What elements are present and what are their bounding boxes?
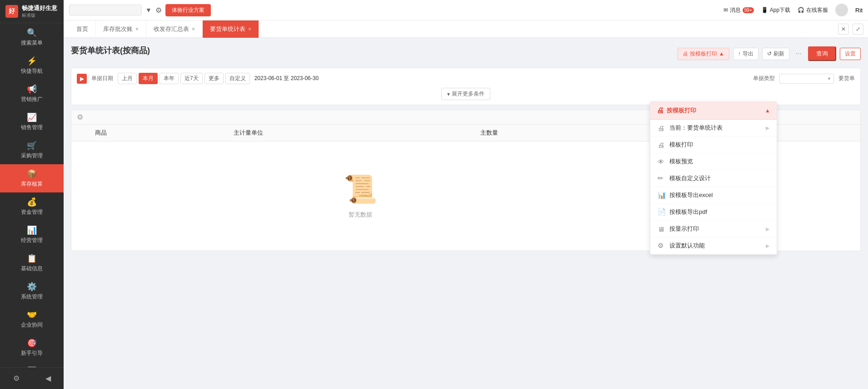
sidebar-settings-btn[interactable]: ⚙: [11, 372, 21, 384]
content-actions: 🖨 按模板打印 ▲ ↑ 导出 ↺ 刷新 ··· 查询 设置: [678, 46, 861, 61]
sidebar-label-11: 新手引导: [21, 349, 43, 357]
tab-close-1[interactable]: ×: [135, 26, 139, 32]
popup-section-icon-1: ⚙: [658, 242, 666, 250]
export-btn[interactable]: ↑ 导出: [733, 48, 758, 60]
popup-item-1[interactable]: 👁 模板预览: [650, 153, 777, 170]
popup-item-4[interactable]: 📄 按模板导出pdf: [650, 204, 777, 221]
service-icon: 🎧: [798, 7, 804, 13]
sidebar-item-9[interactable]: ⚙️ 系统管理: [0, 277, 64, 305]
tab-label-2: 收发存汇总表: [154, 25, 189, 33]
popup-item-2[interactable]: ✏ 模板自定义设计: [650, 170, 777, 187]
popup-section-item-1[interactable]: ⚙ 设置默认功能 ▶: [650, 237, 777, 254]
sidebar-icon-4: 🛒: [27, 141, 37, 151]
type-select[interactable]: [779, 74, 834, 84]
sidebar-label-7: 经营管理: [21, 237, 43, 244]
topbar-gear-icon[interactable]: ⚙: [155, 6, 162, 15]
trial-btn[interactable]: 体验行业方案: [165, 4, 211, 16]
message-badge: 99+: [743, 7, 754, 13]
sidebar-item-0[interactable]: 🔍 搜索菜单: [0, 23, 64, 51]
sidebar-item-3[interactable]: 📈 销售管理: [0, 108, 64, 136]
sidebar-item-10[interactable]: 🤝 企业协同: [0, 305, 64, 333]
col-header-0: 商品: [90, 125, 228, 141]
sidebar-icon-2: 📢: [27, 84, 37, 94]
popup-current-item[interactable]: 🖨 当前：要货单统计表 ▶: [650, 120, 777, 136]
sidebar-item-5[interactable]: 📦 库存核算: [0, 164, 64, 192]
sidebar-collapse-btn[interactable]: ◀: [44, 372, 53, 384]
popup-item-label-3: 按模板导出excel: [669, 191, 769, 199]
settings-btn[interactable]: 设置: [840, 48, 861, 60]
sidebar-item-6[interactable]: 💰 资金管理: [0, 192, 64, 221]
topbar-search-input[interactable]: [69, 5, 142, 15]
popup-section-label-1: 设置默认功能: [669, 242, 762, 250]
sidebar-label-6: 资金管理: [21, 208, 43, 216]
sidebar-scroll: 🔍 搜索菜单 ⚡ 快捷导航 📢 营销推广 📈 销售管理 🛒 采购管理 📦 库存核…: [0, 23, 64, 367]
sidebar-item-1[interactable]: ⚡ 快捷导航: [0, 51, 64, 80]
date-btn-近7天[interactable]: 近7天: [180, 73, 203, 84]
tabbar-expand-btn[interactable]: ⤢: [853, 24, 863, 35]
tab-2[interactable]: 收发存汇总表×: [146, 20, 203, 38]
date-btn-本月[interactable]: 本月: [139, 73, 158, 84]
more-options-btn[interactable]: ···: [793, 49, 804, 59]
brand-name: 畅捷通好生意: [22, 5, 57, 12]
tab-1[interactable]: 库存批次账×: [96, 20, 146, 38]
table-settings-icon[interactable]: ⚙: [77, 113, 83, 121]
tab-close-3[interactable]: ×: [248, 26, 251, 32]
export-label: 导出: [743, 50, 753, 58]
topbar-online-service[interactable]: 🎧 在线客服: [798, 6, 828, 14]
popup-section-item-0[interactable]: 🖥 按显示打印 ▶: [650, 221, 777, 237]
print-btn[interactable]: 🖨 按模板打印 ▲: [678, 48, 729, 60]
popup-items: 🖨 模板打印 👁 模板预览 ✏ 模板自定义设计 📊 按模板导出excel 📄 按…: [650, 136, 777, 221]
popup-section-arrow-0: ▶: [766, 226, 769, 232]
sidebar-item-8[interactable]: 📋 基础信息: [0, 249, 64, 277]
popup-item-label-0: 模板打印: [669, 141, 769, 149]
print-label: 按模板打印: [690, 50, 717, 58]
tab-label-3: 要货单统计表: [210, 25, 245, 33]
date-btn-上月[interactable]: 上月: [118, 73, 137, 84]
sidebar-item-12[interactable]: 🖥️ 应用中心: [0, 362, 64, 367]
filter-collapse-btn[interactable]: ▶: [77, 74, 87, 84]
popup-item-0[interactable]: 🖨 模板打印: [650, 136, 777, 153]
topbar-dropdown-icon[interactable]: ▼: [145, 6, 152, 14]
date-btn-自定义[interactable]: 自定义: [225, 73, 250, 84]
app-download-label: App下载: [770, 6, 790, 14]
popup-item-icon-0: 🖨: [658, 141, 666, 149]
popup-item-3[interactable]: 📊 按模板导出excel: [650, 187, 777, 204]
sidebar-icon-10: 🤝: [27, 310, 37, 320]
print-icon: 🖨: [683, 51, 688, 57]
tab-label-1: 库存批次账: [103, 25, 133, 33]
user-avatar[interactable]: [835, 4, 848, 16]
refresh-btn[interactable]: ↺ 刷新: [762, 48, 789, 60]
content-area: 要货单统计表(按商品) 🖨 按模板打印 ▲ ↑ 导出 ↺ 刷新 ··· 查询 设…: [64, 38, 868, 389]
sidebar-icon-5: 📦: [27, 169, 37, 179]
popup-item-label-2: 模板自定义设计: [669, 174, 769, 182]
sidebar-item-4[interactable]: 🛒 采购管理: [0, 136, 64, 164]
expand-filter-btn[interactable]: ▾ 展开更多条件: [441, 88, 490, 100]
topbar-app-download[interactable]: 📱 App下载: [761, 6, 790, 14]
popup-section-items: 🖥 按显示打印 ▶ ⚙ 设置默认功能 ▶: [650, 221, 777, 254]
popup-header: 🖨 按模板打印 ▲: [650, 102, 777, 120]
sidebar-item-7[interactable]: 📊 经营管理: [0, 221, 64, 249]
popup-item-icon-2: ✏: [658, 174, 666, 182]
sidebar-footer: ⚙ ◀: [0, 367, 64, 389]
sidebar-label-2: 营销推广: [21, 96, 43, 103]
sidebar-icon-1: ⚡: [27, 56, 37, 66]
tab-3[interactable]: 要货单统计表×: [203, 20, 259, 38]
sidebar-logo: 好 畅捷通好生意 标准版: [0, 0, 64, 23]
popup-item-label-4: 按模板导出pdf: [669, 208, 769, 216]
tabbar-close-btn[interactable]: ✕: [838, 24, 849, 35]
date-btn-本年[interactable]: 本年: [160, 73, 179, 84]
refresh-label: 刷新: [773, 50, 784, 58]
sidebar-item-11[interactable]: 🎯 新手引导: [0, 333, 64, 362]
date-filter-label: 单据日期: [91, 75, 113, 82]
sidebar-item-2[interactable]: 📢 营销推广: [0, 80, 64, 108]
date-btn-更多[interactable]: 更多: [205, 73, 224, 84]
popup-item-icon-1: 👁: [658, 158, 666, 166]
username-label: Rit: [855, 7, 863, 14]
query-btn[interactable]: 查询: [808, 46, 836, 61]
export-icon: ↑: [738, 51, 741, 57]
topbar-message[interactable]: ✉ 消息 99+: [723, 6, 754, 14]
popup-close-arrow[interactable]: ▲: [765, 107, 770, 114]
print-arrow: ▲: [719, 51, 724, 57]
tab-close-2[interactable]: ×: [192, 26, 195, 32]
tab-0[interactable]: 首页: [69, 20, 96, 38]
